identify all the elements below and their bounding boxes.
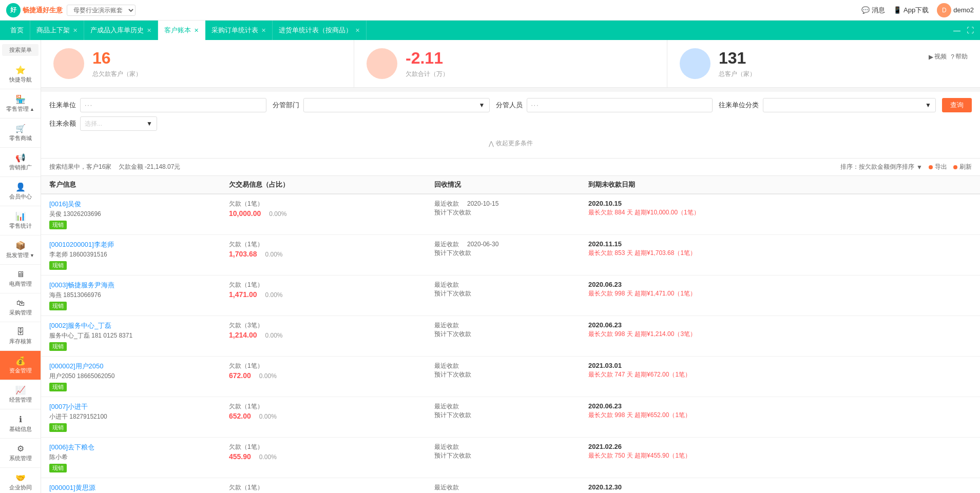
sidebar-search-btn[interactable]: 搜索菜单 [2, 44, 39, 56]
tab-inventory-stats[interactable]: 进货单统计表（按商品） ✕ [273, 21, 367, 40]
sidebar-item-retail-stats[interactable]: 📊 零售统计 [0, 206, 41, 235]
stat-info-overdue-amount: -2.11 欠款合计（万） [406, 49, 655, 78]
search-button[interactable]: 查询 [942, 98, 972, 112]
message-btn[interactable]: 💬 消息 [861, 6, 885, 15]
results-info: 搜索结果中，客户16家 欠款金额 -21,148.07元 [49, 163, 180, 171]
overdue-date-000001: 2020.12.30 [588, 483, 972, 491]
refresh-button[interactable]: 刷新 [953, 163, 972, 171]
filter-unit-category-select[interactable]: ▼ [763, 98, 936, 112]
basic-info-icon: ℹ [2, 415, 39, 424]
tab-production-history-close[interactable]: ✕ [147, 27, 151, 34]
overdue-link-00010200001[interactable]: 超期¥1,703.68（1笔） [635, 249, 696, 257]
collapse-label: 收起更多条件 [496, 139, 533, 148]
sidebar-item-operation-mgmt[interactable]: 📈 经营管理 [0, 380, 41, 409]
sidebar-item-batch-mgmt[interactable]: 📦 批发管理 ▼ [0, 235, 41, 265]
sidebar-item-system-mgmt-label: 系统管理 [2, 455, 39, 462]
filter-manager-input[interactable]: ··· [527, 98, 713, 112]
chevron-up-icon: ⋀ [489, 140, 494, 147]
next-recovery-000002: 预计下次收款 [434, 370, 588, 379]
recovery-label-0003: 最近收款 [434, 281, 459, 289]
overdue-link-0003[interactable]: 超期¥1,471.00（1笔） [635, 290, 696, 297]
customer-info-0003: [0003]畅捷服务尹海燕 海燕 18513066976 现销 [49, 281, 229, 310]
debt-amount-row-0016: 10,000.00 0.00% [229, 208, 434, 219]
debt-percent-000002: 0.00% [259, 372, 277, 380]
recovery-label-000002: 最近收款 [434, 362, 459, 370]
collapse-button[interactable]: ⋀ 收起更多条件 [49, 137, 972, 150]
tab-purchase-order-close[interactable]: ✕ [261, 27, 266, 34]
customer-name-000002[interactable]: [000002]用户2050 [49, 362, 229, 371]
sidebar-item-quick-nav[interactable]: ⭐ 快捷导航 [0, 60, 41, 89]
sidebar-item-inventory[interactable]: 🗄 库存核算 [0, 322, 41, 351]
table-area: 客户信息 欠交易信息（占比） 回收情况 到期未收款日期 [0016]吴俊 吴俊 … [41, 176, 980, 493]
user-area[interactable]: D demo2 [937, 3, 974, 17]
stat-card-total-customers: 131 总客户（家） ▶ 视频 ? 帮助 [667, 40, 980, 87]
sidebar-item-enterprise-collab[interactable]: 🤝 企业协同 [0, 468, 41, 493]
sidebar-item-system-mgmt[interactable]: ⚙ 系统管理 [0, 439, 41, 468]
tab-products-list-close[interactable]: ✕ [73, 27, 78, 34]
video-btn[interactable]: ▶ 视频 [929, 52, 947, 61]
help-btn[interactable]: ? 帮助 [951, 52, 968, 61]
filter-dept-select[interactable]: ▼ [303, 98, 490, 112]
operation-mgmt-icon: 📈 [2, 385, 39, 395]
debt-amount-row-0007: 652.00 0.00% [229, 411, 434, 421]
tab-products-list[interactable]: 商品上下架 ✕ [30, 21, 84, 40]
recovery-label-0002: 最近收款 [434, 321, 459, 330]
sidebar-item-ecommerce[interactable]: 🖥 电商管理 [0, 265, 41, 293]
tab-inventory-stats-close[interactable]: ✕ [355, 27, 360, 34]
debt-amount-0006: 455.90 [229, 452, 251, 461]
sidebar-item-retail-mall[interactable]: 🛒 零售商城 [0, 119, 41, 148]
overdue-link-0002[interactable]: 超期¥1,214.00（3笔） [635, 330, 696, 338]
sidebar-item-retail-mgmt[interactable]: 🏪 零售管理 ▲ [0, 89, 41, 119]
logo-icon: 好 [6, 3, 21, 17]
results-bar: 搜索结果中，客户16家 欠款金额 -21,148.07元 排序：按欠款金额倒序排… [41, 159, 980, 176]
overdue-link-0006[interactable]: 超期¥455.90（1笔） [635, 452, 691, 459]
sidebar-item-basic-info[interactable]: ℹ 基础信息 [0, 409, 41, 439]
filter-balance-select[interactable]: 选择... ▼ [80, 116, 157, 131]
app-download-btn[interactable]: 📱 App下载 [893, 6, 929, 15]
tab-production-history[interactable]: 产成品入库单历史 ✕ [84, 21, 158, 40]
chevron-down-sort-icon: ▼ [916, 164, 923, 171]
tab-purchase-order[interactable]: 采购订单统计表 ✕ [205, 21, 273, 40]
sidebar-item-member-center[interactable]: 👤 会员中心 [0, 177, 41, 206]
col-debt-info: 欠交易信息（占比） [229, 180, 434, 189]
tab-minimize-icon[interactable]: — [951, 24, 963, 36]
tab-customer-account[interactable]: 客户账本 ✕ [158, 21, 205, 40]
customer-name-00010200001[interactable]: [00010200001]李老师 [49, 240, 229, 249]
customer-name-0003[interactable]: [0003]畅捷服务尹海燕 [49, 281, 229, 290]
filter-from-unit-input[interactable]: ··· [80, 98, 266, 112]
refresh-icon [953, 165, 957, 169]
sort-dropdown[interactable]: 排序：按欠款金额倒序排序 ▼ [840, 163, 923, 171]
customer-phone-000002: 用户2050 18665062050 [49, 372, 229, 381]
debt-count-0016: 欠款（1笔） [229, 200, 263, 208]
recovery-info-000002: 最近收款 预计下次收款 [434, 362, 588, 379]
export-button[interactable]: 导出 [929, 163, 947, 171]
sidebar-item-capital-mgmt[interactable]: 💰 资金管理 [0, 351, 41, 380]
overdue-info-0003: 2020.06.23 最长欠款 998 天 超期¥1,471.00（1笔） [588, 281, 972, 298]
recovery-row-0003: 最近收款 [434, 281, 588, 289]
customer-phone-0006: 陈小希 [49, 453, 229, 462]
system-mgmt-icon: ⚙ [2, 444, 39, 453]
debt-row-0002: 欠款（3笔） [229, 321, 434, 330]
tab-home[interactable]: 首页 [4, 21, 30, 40]
next-recovery-0002: 预计下次收款 [434, 330, 588, 339]
overdue-link-000002[interactable]: 超期¥672.00（1笔） [635, 371, 691, 378]
debt-count-000001: 欠款（1笔） [229, 483, 263, 492]
tab-customer-account-close[interactable]: ✕ [194, 27, 199, 34]
sidebar-item-purchase-mgmt[interactable]: 🛍 采购管理 [0, 293, 41, 322]
filter-manager-label: 分管人员 [496, 101, 523, 110]
overdue-link-0007[interactable]: 超期¥652.00（1笔） [635, 411, 691, 419]
overdue-days-000002: 最长欠款 747 天 超期¥672.00（1笔） [588, 370, 972, 379]
company-select[interactable]: 母婴行业演示账套 [67, 5, 136, 16]
tab-customer-account-label: 客户账本 [164, 26, 191, 35]
customer-name-0006[interactable]: [0006]去下粮仓 [49, 443, 229, 452]
avatar: D [937, 3, 951, 17]
svg-rect-7 [698, 61, 700, 63]
customer-name-0007[interactable]: [0007]小进干 [49, 402, 229, 411]
recovery-info-0007: 最近收款 预计下次收款 [434, 402, 588, 420]
customer-name-0002[interactable]: [0002]服务中心_丁磊 [49, 321, 229, 330]
overdue-link-0016[interactable]: 超期¥10,000.00（1笔） [635, 209, 700, 216]
customer-name-0016[interactable]: [0016]吴俊 [49, 200, 229, 209]
tab-maximize-icon[interactable]: ⛶ [965, 24, 976, 36]
sidebar-item-marketing[interactable]: 📢 营销推广 [0, 148, 41, 177]
customer-name-000001[interactable]: [000001]黄思源 [49, 483, 229, 492]
